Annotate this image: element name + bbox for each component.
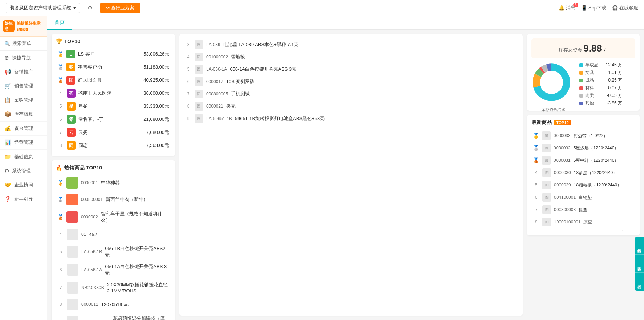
notifications-button[interactable]: 🔔 消息 6 <box>559 5 575 11</box>
latest-product-row: 8图10000100001原查 <box>531 216 635 228</box>
product-name: 原查 <box>583 219 634 225</box>
nav-label: 销售管理 <box>14 83 33 89</box>
customer-row: 5星星扬33,333.00元 <box>56 100 171 112</box>
logo-badge: 标准版 <box>17 28 28 31</box>
inventory-card: 库存总资金 9.88 万 <box>527 34 640 111</box>
product-code: LA-089 <box>206 42 220 47</box>
mid-products-card: 3图LA-089电池盖 LA-089 ABS本色+黑种 7.1克4图001000… <box>179 34 523 316</box>
sidebar-item-system[interactable]: ⚙系统管理 <box>0 164 47 178</box>
nav-label: 新手引导 <box>14 196 33 202</box>
product-img: 图 <box>195 114 203 123</box>
community-btn[interactable]: 服务社区 <box>635 255 644 273</box>
mid-product-row: 9图LA-59651-1B59651-1B旋转投影灯电池盒ABS黑色+58壳 <box>184 112 518 125</box>
bell-icon: 🔔 <box>559 5 564 11</box>
customer-row: 7云云扬7,680.00元 <box>56 126 171 139</box>
product-code: LA-056-1B <box>81 249 102 254</box>
rank-medal: 🥇 <box>57 180 64 186</box>
system-selector[interactable]: 装备及固定资产辅助管理系统 ▾ <box>6 3 80 13</box>
rank-number: 3 <box>185 42 192 47</box>
customer-name: 苍南县人民医院 <box>78 90 140 97</box>
mid-product-row: 6图000001710S 变刹罗孩 <box>184 75 518 88</box>
rank-number: 4 <box>533 170 539 175</box>
rank-medal: 🥈 <box>533 145 539 151</box>
customer-name: 云扬 <box>78 129 143 136</box>
product-name: 花语萌恒温分腿睡袋（厚款） <box>113 315 169 320</box>
latest-product-row: 5图000002918颗粒板（1220*2440） <box>531 179 635 191</box>
hot-products-title: 🔥 热销商品 TOP10 <box>56 165 171 171</box>
top-bar-right: 🔔 消息 6 📱 App下载 🎧 在线客服 <box>559 5 638 11</box>
sales-icon: 🛒 <box>4 83 11 89</box>
content-area: 首页 🏆 TOP10 🥇LLS 客户53,006.26元🥈零零售客户-许51,1… <box>47 16 644 320</box>
nav-label: 采购管理 <box>14 97 33 103</box>
sidebar: 好生意 畅捷通好生意 标准版 🔍 搜索菜单 ⊕快捷导航📢营销推广🛒销售管理📋采购… <box>0 16 47 320</box>
latest-product-row: 🥉图00000315厘中纤（1220*2440） <box>531 154 635 167</box>
product-code: 000800005 <box>206 91 228 97</box>
tab-home[interactable]: 首页 <box>47 16 72 30</box>
product-img: 图 <box>542 218 551 226</box>
medal-icon: 🥇 <box>57 51 64 57</box>
purchase-icon: 📋 <box>4 97 11 103</box>
product-name: 5厘多层（1220*2440） <box>574 145 634 151</box>
latest-product-row: 7图000800008原查 <box>531 204 635 216</box>
settings-button[interactable]: ⚙ <box>84 2 96 14</box>
product-img: 图 <box>195 102 203 111</box>
customer-row: 🥈零零售客户-许51,183.00元 <box>56 61 171 73</box>
legend-name: 肉类 <box>585 93 598 99</box>
customer-avatar: 零 <box>66 63 75 71</box>
legend-name: 文具 <box>585 70 598 76</box>
rank-number: 8 <box>185 104 192 109</box>
medal-icon: 🥈 <box>57 64 64 70</box>
product-code: 0000031 <box>554 158 571 163</box>
customer-amount: 53,006.26元 <box>143 51 169 57</box>
legend-color <box>579 79 583 82</box>
customer-name: 红太阳文具 <box>78 77 140 83</box>
hot-product-row: 6LA-056-1A056-1A白色按键开关壳ABS 3壳 <box>56 261 171 279</box>
sidebar-item-guide[interactable]: ❓新手引导 <box>0 192 47 206</box>
latest-product-row: 🥈图00000325厘多层（1220*2440） <box>531 142 635 154</box>
right-column: 库存总资金 9.88 万 <box>527 34 640 316</box>
search-icon: 🔍 <box>4 41 10 46</box>
inventory-value: 9.88 <box>583 43 602 54</box>
rank-number: 5 <box>57 104 64 109</box>
search-menu-button[interactable]: 🔍 搜索菜单 <box>0 37 47 51</box>
page-content: 🏆 TOP10 🥇LLS 客户53,006.26元🥈零零售客户-许51,183.… <box>47 30 644 320</box>
app-download-button[interactable]: 📱 App下载 <box>581 5 606 11</box>
latest-product-list: 🥇图0000033封边带（1.0*22）🥈图00000325厘多层（1220*2… <box>531 130 635 231</box>
product-code: 0000002 <box>81 214 98 220</box>
product-name: 原查 <box>579 207 634 213</box>
latest-product-row: 6图004100001白钢垫 <box>531 191 635 204</box>
sidebar-item-quick-nav[interactable]: ⊕快捷导航 <box>0 51 47 65</box>
top-bar-left: 装备及固定资产辅助管理系统 ▾ ⚙ 体验行业方案 <box>6 2 140 14</box>
sidebar-item-marketing[interactable]: 📢营销推广 <box>0 65 47 79</box>
sidebar-item-enterprise[interactable]: 🤝企业协同 <box>0 178 47 192</box>
product-code: LA-056-1A <box>206 67 227 72</box>
customer-name: 零售客户-许 <box>78 64 140 70</box>
inventory-unit: 万 <box>603 47 608 53</box>
sidebar-item-operations[interactable]: 📊经营管理 <box>0 136 47 150</box>
online-service-button[interactable]: 🎧 在线客服 <box>612 5 638 11</box>
nav-list: ⊕快捷导航📢营销推广🛒销售管理📋采购管理📦库存核算💰资金管理📊经营管理📁基础信息… <box>0 51 47 206</box>
sidebar-item-basic-info[interactable]: 📁基础信息 <box>0 150 47 164</box>
product-name: 10S 变刹罗孩 <box>226 78 517 85</box>
live-btn[interactable]: 直播 <box>635 273 644 291</box>
sidebar-item-purchase[interactable]: 📋采购管理 <box>0 93 47 107</box>
hot-product-row: 40145# <box>56 226 171 242</box>
customer-avatar: 星 <box>67 102 76 111</box>
customer-service-btn[interactable]: 客服热线 <box>635 237 644 255</box>
product-image <box>67 299 78 310</box>
product-code: 01 <box>81 232 86 237</box>
rank-number: 5 <box>185 67 192 72</box>
donut-chart: 库存资金占比 <box>531 62 575 106</box>
product-name: 18多层（1220*2440） <box>574 170 634 176</box>
sidebar-item-finance[interactable]: 💰资金管理 <box>0 122 47 136</box>
rank-number: 4 <box>57 91 64 96</box>
product-code: 000500001 <box>81 197 103 202</box>
product-code: 0000029 <box>554 182 571 188</box>
legend-value: 0.25 万 <box>600 77 622 83</box>
customer-avatar: L <box>66 50 75 58</box>
product-code: NB2.0X30B <box>81 285 104 290</box>
customer-row: 4苍苍南县人民医院36,600.00元 <box>56 87 171 99</box>
sidebar-item-sales[interactable]: 🛒销售管理 <box>0 79 47 93</box>
sidebar-item-inventory[interactable]: 📦库存核算 <box>0 107 47 122</box>
trial-button[interactable]: 体验行业方案 <box>100 3 140 13</box>
